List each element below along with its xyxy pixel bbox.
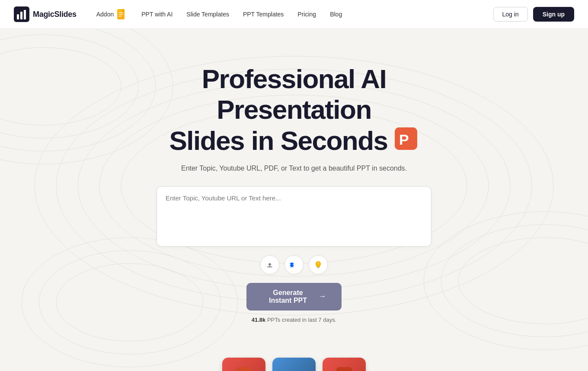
logo-link[interactable]: MagicSlides: [14, 6, 77, 22]
signup-button[interactable]: Sign up: [533, 7, 574, 22]
login-button[interactable]: Log in: [493, 7, 528, 22]
hero-title-line2: Slides in Seconds P: [130, 125, 458, 156]
svg-rect-7: [119, 14, 123, 15]
nav-addon[interactable]: Addon: [90, 6, 134, 22]
generate-btn-label: Generate Instant PPT: [262, 289, 314, 304]
ideas-button[interactable]: [309, 255, 328, 274]
svg-rect-14: [317, 268, 320, 268]
nav-links: Addon PPT with AI: [90, 6, 493, 22]
svg-text:Aa: Aa: [287, 368, 303, 371]
topic-input[interactable]: [157, 186, 431, 247]
feature-icons-row: PDF Aa P: [0, 340, 588, 371]
lightbulb-icon: [314, 260, 323, 269]
icon-row: [260, 255, 328, 274]
powerpoint-icon: P: [393, 126, 419, 152]
arrow-icon: →: [318, 292, 326, 301]
addon-doc-icon: [116, 9, 128, 20]
hero-section: Professional AI Presentation Slides in S…: [0, 29, 588, 340]
svg-rect-13: [317, 267, 320, 268]
feature-card-ppt: P: [323, 358, 366, 371]
logo-text: MagicSlides: [33, 10, 77, 19]
svg-text:P: P: [399, 131, 409, 148]
svg-rect-1: [17, 14, 19, 19]
ppt-emoji: P: [393, 126, 419, 155]
hero-subtitle: Enter Topic, Youtube URL, PDF, or Text t…: [181, 165, 407, 172]
hero-title-line1: Professional AI Presentation: [130, 63, 458, 125]
generate-button[interactable]: Generate Instant PPT →: [246, 283, 342, 311]
nav-auth: Log in Sign up: [493, 7, 574, 22]
dropbox-icon: [290, 260, 298, 269]
dropbox-button[interactable]: [284, 255, 304, 274]
upload-icon: [265, 260, 274, 269]
nav-slide-templates[interactable]: Slide Templates: [180, 8, 235, 20]
stats-suffix: PPTs created in last 7 days.: [267, 317, 336, 323]
input-wrapper: [157, 186, 431, 248]
hero-title: Professional AI Presentation Slides in S…: [130, 63, 458, 156]
svg-rect-8: [119, 16, 121, 17]
navbar: MagicSlides Addon: [0, 0, 588, 29]
nav-ppt-ai[interactable]: PPT with AI: [135, 8, 179, 20]
logo-icon: [14, 6, 29, 22]
feature-card-font: Aa: [272, 358, 316, 371]
svg-rect-16: [236, 367, 252, 371]
svg-rect-6: [119, 12, 123, 13]
nav-ppt-templates[interactable]: PPT Templates: [237, 8, 290, 20]
svg-rect-3: [24, 10, 26, 19]
feature-card-pdf: PDF: [222, 358, 265, 371]
font-icon: Aa: [284, 365, 304, 371]
svg-rect-2: [20, 12, 22, 19]
stats-count: 41.8k: [252, 317, 266, 323]
upload-button[interactable]: [260, 255, 279, 274]
nav-blog[interactable]: Blog: [324, 8, 348, 20]
stats-text: 41.8k PPTs created in last 7 days.: [252, 317, 337, 323]
pdf-icon: PDF: [236, 367, 252, 371]
ppt-icon: P: [336, 367, 352, 371]
nav-pricing[interactable]: Pricing: [291, 8, 322, 20]
